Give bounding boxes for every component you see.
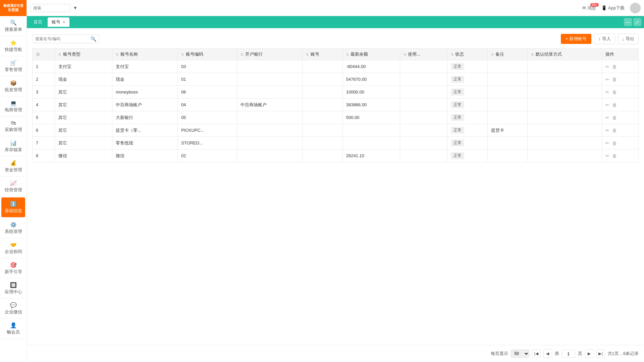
export-btn[interactable]: ↓ 导出: [618, 34, 639, 44]
import-btn[interactable]: ↑ 导入: [594, 34, 615, 44]
row-settlement: [528, 60, 602, 73]
avatar[interactable]: [630, 3, 641, 13]
search-nav-icon: 🔍: [2, 19, 25, 26]
row-actions: ✏ 🗑: [602, 99, 639, 111]
row-bank: [237, 86, 302, 99]
sort-icon-usage: ⇅: [404, 53, 406, 56]
delete-icon[interactable]: 🗑: [612, 89, 617, 95]
row-bank: [237, 124, 302, 137]
page-input[interactable]: [562, 350, 575, 358]
tabs-bar: 首页 账号 ✕ — ⤢: [27, 16, 644, 28]
sidebar-item-retail[interactable]: 🛒 零售管理: [0, 56, 26, 76]
edit-icon[interactable]: ✏: [605, 140, 609, 146]
tab-expand-btn[interactable]: ⤢: [633, 18, 641, 26]
search-input[interactable]: [35, 37, 91, 41]
col-code-header[interactable]: ⇅ 账号编码: [178, 49, 237, 60]
row-account: [303, 60, 343, 73]
message-btn[interactable]: ✉ 消息 99+: [582, 5, 596, 11]
sidebar-item-purchase[interactable]: 🛍 采购管理: [0, 117, 26, 136]
col-settlement-header[interactable]: ⇅ 默认结算方式: [528, 49, 602, 60]
collab-icon: 🤝: [2, 242, 25, 248]
sidebar-item-collab[interactable]: 🤝 企业协同: [0, 238, 26, 258]
delete-icon[interactable]: 🗑: [612, 115, 617, 120]
page-last-btn[interactable]: ▶|: [596, 349, 605, 358]
row-type: 支付宝: [55, 60, 112, 73]
col-account-header[interactable]: ⇅ 账号: [303, 49, 343, 60]
edit-icon[interactable]: ✏: [605, 128, 609, 133]
export-icon: ↓: [622, 37, 625, 42]
sidebar-item-member[interactable]: 👤 畅会员: [0, 319, 26, 339]
row-remark: [487, 99, 528, 111]
row-balance: [342, 124, 400, 137]
page-first-btn[interactable]: |◀: [532, 349, 541, 358]
app-download-btn[interactable]: 📱 App下载: [601, 5, 625, 11]
edit-icon[interactable]: ✏: [605, 153, 609, 159]
row-account: [303, 137, 343, 149]
delete-icon[interactable]: 🗑: [612, 153, 617, 159]
table-settings-icon[interactable]: ⚙: [36, 52, 40, 57]
edit-icon[interactable]: ✏: [605, 115, 609, 120]
system-icon: ⚙️: [2, 222, 25, 228]
sidebar-item-system[interactable]: ⚙️ 系统管理: [0, 218, 26, 238]
delete-icon[interactable]: 🗑: [612, 128, 617, 133]
row-actions: ✏ 🗑: [602, 60, 639, 73]
delete-icon[interactable]: 🗑: [612, 102, 617, 108]
row-status: 正常: [447, 73, 487, 86]
edit-icon[interactable]: ✏: [605, 89, 609, 95]
tab-minimize-btn[interactable]: —: [624, 18, 632, 26]
row-remark: [487, 111, 528, 124]
sidebar-item-quicknav[interactable]: ⭐ 快捷导航: [0, 36, 26, 56]
app-logo: 畅捷通好生意 乐意版: [0, 0, 26, 16]
row-account: [303, 124, 343, 137]
row-balance: 28241.10: [342, 149, 400, 162]
main-area: ▼ ✉ 消息 99+ 📱 App下载 首页 账号 ✕ — ⤢: [27, 0, 644, 362]
col-status-header[interactable]: ⇅ 状态: [447, 49, 487, 60]
sidebar-item-inventory[interactable]: 📊 库存核算: [0, 136, 26, 157]
import-icon: ↑: [598, 37, 601, 42]
col-type-header[interactable]: ⇅ 账号类型: [55, 49, 112, 60]
sidebar-item-wechat[interactable]: 💬 企业微信: [0, 299, 26, 319]
page-next-btn[interactable]: ▶: [585, 349, 594, 358]
edit-icon[interactable]: ✏: [605, 64, 609, 69]
col-balance-header[interactable]: ⇅ 最新余额: [342, 49, 400, 60]
tab-accounts[interactable]: 账号 ✕: [48, 17, 69, 27]
page-size-select[interactable]: 50 100: [511, 350, 529, 358]
sidebar-item-basicinfo[interactable]: ℹ️ 基础信息: [1, 197, 25, 218]
row-code: PICKUPC...: [178, 124, 237, 137]
sidebar-item-wholesale[interactable]: 📦 批发管理: [0, 76, 26, 97]
edit-icon[interactable]: ✏: [605, 102, 609, 108]
purchase-icon: 🛍: [2, 120, 25, 126]
row-account: [303, 73, 343, 86]
edit-icon[interactable]: ✏: [605, 77, 609, 82]
topbar-search-input[interactable]: [30, 4, 70, 12]
sidebar-item-operations[interactable]: 📈 经营管理: [0, 177, 26, 197]
row-actions: ✏ 🗑: [602, 111, 639, 124]
row-actions: ✏ 🗑: [602, 124, 639, 137]
row-num: 7: [33, 137, 55, 149]
row-status: 正常: [447, 124, 487, 137]
col-name-header[interactable]: ⇅ 账号名称: [112, 49, 177, 60]
wechat-icon: 💬: [2, 302, 25, 308]
col-usage-header[interactable]: ⇅ 使用...: [400, 49, 447, 60]
row-usage: [400, 111, 447, 124]
row-balance: 10000.00: [342, 86, 400, 99]
tab-close-icon[interactable]: ✕: [62, 20, 65, 24]
delete-icon[interactable]: 🗑: [612, 64, 617, 69]
delete-icon[interactable]: 🗑: [612, 140, 617, 146]
tab-home[interactable]: 首页: [30, 17, 46, 27]
add-account-btn[interactable]: + 新增账号: [561, 34, 591, 44]
sidebar-item-ecommerce[interactable]: 💻 电商管理: [0, 97, 26, 117]
row-settlement: [528, 111, 602, 124]
topbar-dropdown[interactable]: ▼: [73, 5, 77, 10]
page-prev-btn[interactable]: ◀: [543, 349, 552, 358]
delete-icon[interactable]: 🗑: [612, 77, 617, 82]
sidebar-item-search[interactable]: 🔍 搜索菜单: [0, 16, 26, 36]
sidebar-item-appcenter[interactable]: 🔲 应用中心: [0, 279, 26, 299]
sidebar-item-guide[interactable]: 🎯 新手引导: [0, 258, 26, 279]
row-balance: [342, 137, 400, 149]
topbar-left: ▼: [30, 4, 77, 12]
sidebar-item-finance[interactable]: 💰 资金管理: [0, 157, 26, 177]
col-remark-header[interactable]: ⇅ 备注: [487, 49, 528, 60]
col-bank-header[interactable]: ⇅ 开户银行: [237, 49, 302, 60]
sort-icon-remark: ⇅: [491, 53, 494, 56]
